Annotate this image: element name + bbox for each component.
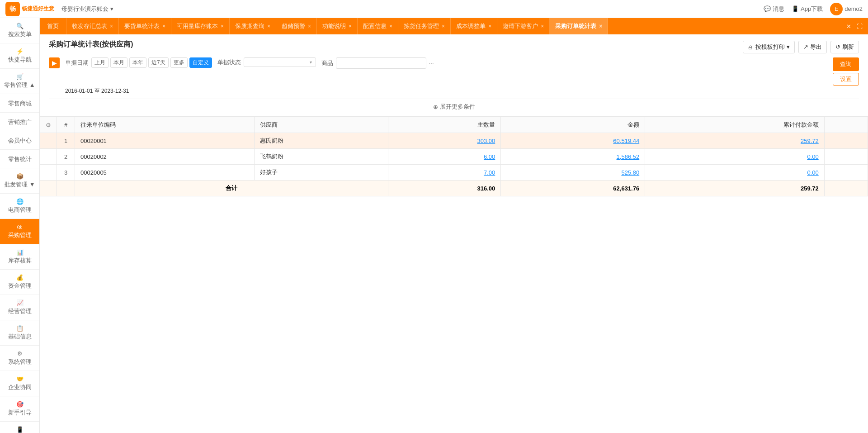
sidebar-item-retail-shop[interactable]: 零售商城 bbox=[0, 94, 39, 113]
tab-available-stock[interactable]: 可用量库存账本 × bbox=[171, 18, 230, 34]
status-filter-label: 单据状态 bbox=[217, 58, 241, 67]
sidebar-item-new-guide[interactable]: 🎯 新手引导 bbox=[0, 396, 39, 422]
qty-link[interactable]: 303.00 bbox=[477, 138, 495, 144]
product-input[interactable] bbox=[336, 57, 426, 69]
tab-collect-pay[interactable]: 收发存汇总表 × bbox=[66, 18, 119, 34]
qty-link[interactable]: 7.00 bbox=[484, 169, 495, 176]
sidebar-item-marketing[interactable]: 营销推广 bbox=[0, 113, 39, 131]
tab-quality-check[interactable]: 保质期查询 × bbox=[230, 18, 276, 34]
app-download-button[interactable]: 📱 App下载 bbox=[792, 5, 823, 13]
quick-nav-icon: ⚡ bbox=[2, 48, 38, 55]
paid-link[interactable]: 0.00 bbox=[807, 153, 818, 160]
workspace-selector[interactable]: 母婴行业演示账套 ▾ bbox=[58, 3, 117, 15]
paid-link[interactable]: 259.72 bbox=[801, 138, 819, 144]
tab-cost-adjust[interactable]: 成本调整单 × bbox=[451, 18, 497, 34]
amount-link[interactable]: 525.80 bbox=[621, 169, 639, 176]
sidebar-item-retail-stats[interactable]: 零售统计 bbox=[0, 150, 39, 168]
tab-close-icon[interactable]: × bbox=[110, 23, 113, 29]
tab-overstock-warning[interactable]: 超储预警 × bbox=[276, 18, 317, 34]
sidebar-item-fund-manage[interactable]: 💰 资金管理 bbox=[0, 270, 39, 295]
tab-function-desc[interactable]: 功能说明 × bbox=[317, 18, 358, 34]
tab-close-icon[interactable]: × bbox=[599, 23, 602, 29]
tab-purchase-stats[interactable]: 采购订单统计表 × bbox=[550, 18, 608, 34]
filter-body: 单据日期 上月 本月 本年 近7天 更多 自定义 bbox=[65, 57, 859, 95]
tab-close-icon[interactable]: × bbox=[308, 23, 311, 29]
tab-home[interactable]: 首页 bbox=[40, 18, 66, 34]
top-bar: 畅 畅捷通好生意 母婴行业演示账套 ▾ 💬 消息 📱 App下载 E demo2 bbox=[0, 0, 868, 18]
retail-manage-icon: 🛒 bbox=[2, 73, 38, 80]
sidebar-item-system-manage[interactable]: ⚙ 系统管理 bbox=[0, 346, 39, 371]
page-header: 采购订单统计表(按供应商) 🖨 按模板打印 ▾ ↗ 导出 ↺ bbox=[40, 34, 868, 117]
filter-toggle-button[interactable]: ▶ bbox=[49, 57, 60, 68]
tab-config-info[interactable]: 配置信息 × bbox=[358, 18, 398, 34]
footer-qty-cell: 316.00 bbox=[388, 181, 500, 196]
tab-close-icon[interactable]: × bbox=[162, 23, 165, 29]
message-button[interactable]: 💬 消息 bbox=[764, 5, 784, 13]
row-setting-cell bbox=[40, 165, 57, 181]
table-row: 2 00020002 飞鹤奶粉 6.00 1,586.52 0.00 bbox=[40, 149, 868, 165]
user-profile[interactable]: E demo2 bbox=[830, 3, 863, 15]
date-btn-more[interactable]: 更多 bbox=[170, 57, 188, 68]
date-btn-7days[interactable]: 近7天 bbox=[148, 57, 169, 68]
date-btn-this-year[interactable]: 本年 bbox=[129, 57, 146, 68]
qty-link[interactable]: 6.00 bbox=[484, 153, 495, 160]
logo-icon: 畅 bbox=[5, 2, 20, 16]
sidebar-item-retail-manage[interactable]: 🛒 零售管理 ▲ bbox=[0, 69, 39, 94]
close-tab-btn[interactable]: ✕ bbox=[844, 22, 853, 31]
row-paid-cell: 0.00 bbox=[645, 165, 825, 181]
row-num-cell: 3 bbox=[57, 165, 75, 181]
tab-close-icon[interactable]: × bbox=[349, 23, 352, 29]
tab-order-stats[interactable]: 要货单统计表 × bbox=[119, 18, 171, 34]
sidebar-item-enterprise-coop[interactable]: 🤝 企业协同 bbox=[0, 371, 39, 396]
sidebar-item-purchase-manage[interactable]: 🛍 采购管理 bbox=[0, 219, 39, 244]
amount-link[interactable]: 60,519.44 bbox=[613, 138, 639, 144]
print-button[interactable]: 🖨 按模板打印 ▾ bbox=[743, 41, 795, 53]
sidebar-item-label: 营销推广 bbox=[2, 118, 38, 126]
sidebar-item-ecommerce[interactable]: 🌐 电商管理 bbox=[0, 194, 39, 219]
tab-close-icon[interactable]: × bbox=[221, 23, 224, 29]
tab-invite-customer[interactable]: 邀请下游客户 × bbox=[497, 18, 550, 34]
date-btn-custom[interactable]: 自定义 bbox=[189, 57, 212, 68]
footer-extra-cell bbox=[824, 181, 868, 196]
col-setting-header[interactable]: ⚙ bbox=[40, 117, 57, 133]
sidebar-item-label: 搜索英单 bbox=[2, 30, 38, 38]
content-area: 首页 收发存汇总表 × 要货单统计表 × 可用量库存账本 × 保质期查询 × 超… bbox=[40, 18, 868, 433]
query-button[interactable]: 查询 bbox=[833, 57, 859, 71]
row-qty-cell: 6.00 bbox=[388, 149, 500, 165]
top-bar-right: 💬 消息 📱 App下载 E demo2 bbox=[764, 3, 863, 15]
refresh-label: 刷新 bbox=[842, 43, 854, 51]
sidebar-item-operation-manage[interactable]: 📈 经营管理 bbox=[0, 295, 39, 320]
sidebar-item-member-center[interactable]: 会员中心 bbox=[0, 131, 39, 150]
chevron-down-icon: ▾ bbox=[310, 60, 312, 65]
sidebar-item-search[interactable]: 🔍 搜索英单 bbox=[0, 18, 39, 43]
sidebar-item-basic-info[interactable]: 📋 基础信息 bbox=[0, 320, 39, 346]
message-icon: 💬 bbox=[764, 5, 771, 12]
paid-link[interactable]: 0.00 bbox=[807, 169, 818, 176]
sidebar-item-stock-check[interactable]: 📊 库存核算 bbox=[0, 244, 39, 270]
expand-more-button[interactable]: ⊕ 展开更多条件 bbox=[429, 101, 479, 113]
amount-link[interactable]: 1,586.52 bbox=[617, 153, 640, 160]
settings-button[interactable]: 设置 bbox=[833, 73, 859, 86]
system-icon: ⚙ bbox=[2, 350, 38, 357]
date-btn-this-month[interactable]: 本月 bbox=[110, 57, 127, 68]
action-buttons: 查询 设置 bbox=[833, 57, 859, 86]
sidebar-item-quick-nav[interactable]: ⚡ 快捷导航 bbox=[0, 43, 39, 69]
guide-icon: 🎯 bbox=[2, 401, 38, 408]
more-options-icon[interactable]: ··· bbox=[429, 60, 434, 67]
sidebar-item-batch-manage[interactable]: 📦 批发管理 ▼ bbox=[0, 168, 39, 194]
filter-section: ▶ 单据日期 上月 本月 本年 近7天 更多 bbox=[49, 57, 859, 95]
date-btn-last-month[interactable]: 上月 bbox=[91, 57, 108, 68]
maximize-tab-btn[interactable]: ⛶ bbox=[855, 22, 864, 31]
refresh-button[interactable]: ↺ 刷新 bbox=[830, 41, 859, 53]
tab-close-icon[interactable]: × bbox=[442, 23, 445, 29]
tab-pick-task[interactable]: 拣货任务管理 × bbox=[398, 18, 451, 34]
tab-close-icon[interactable]: × bbox=[541, 23, 544, 29]
tab-close-icon[interactable]: × bbox=[267, 23, 270, 29]
status-select[interactable]: ▾ bbox=[244, 57, 316, 67]
export-button[interactable]: ↗ 导出 bbox=[798, 41, 827, 53]
tab-close-icon[interactable]: × bbox=[488, 23, 491, 29]
sidebar-item-label: 经营管理 bbox=[2, 307, 38, 315]
refresh-icon: ↺ bbox=[835, 43, 840, 50]
tab-close-icon[interactable]: × bbox=[389, 23, 392, 29]
sidebar-item-app-center[interactable]: 📱 应用中心 bbox=[0, 422, 39, 433]
